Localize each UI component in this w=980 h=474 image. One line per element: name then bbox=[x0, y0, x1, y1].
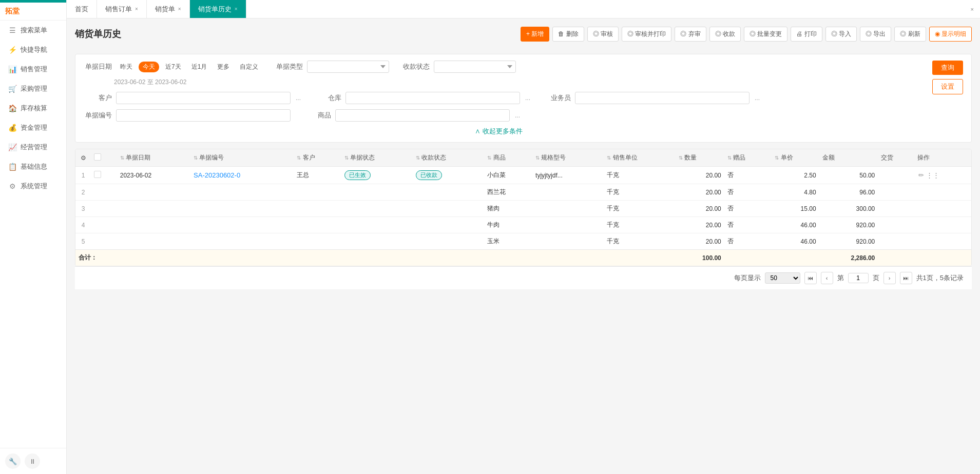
row-price: 46.00 bbox=[772, 233, 819, 250]
goods-ellipsis[interactable]: ... bbox=[515, 112, 520, 119]
col-trade[interactable]: 交货 bbox=[878, 149, 914, 167]
row-actions bbox=[914, 201, 971, 217]
date-chip-today[interactable]: 今天 bbox=[139, 62, 159, 72]
sidebar-item-search-menu[interactable]: ☰ 搜索菜单 bbox=[0, 21, 66, 40]
col-spec[interactable]: ⇅ 规格型号 bbox=[532, 149, 604, 167]
col-doc-no[interactable]: ⇅ 单据编号 bbox=[190, 149, 294, 167]
row-checkbox[interactable] bbox=[94, 171, 101, 178]
tab-sales-history-close[interactable]: × bbox=[235, 6, 238, 12]
doc-no-link[interactable]: SA-20230602-0 bbox=[194, 171, 240, 179]
collect-button[interactable]: ◎ 收款 bbox=[709, 27, 741, 42]
sidebar-item-quick-nav[interactable]: ⚡ 快捷导航 bbox=[0, 40, 66, 60]
import-button[interactable]: ◎ 导入 bbox=[825, 27, 857, 42]
collect-status-select[interactable] bbox=[434, 61, 516, 73]
warehouse-input[interactable] bbox=[345, 92, 520, 104]
filter-doc-no: 单据编号 bbox=[84, 109, 291, 122]
page-size-select[interactable]: 50 100 200 bbox=[765, 272, 800, 284]
row-checkbox-cell bbox=[91, 167, 117, 184]
col-qty[interactable]: ⇅ 数量 bbox=[676, 149, 724, 167]
row-customer: 王总 bbox=[294, 167, 341, 184]
sidebar-settings-button[interactable]: 🔧 bbox=[5, 453, 21, 469]
col-unit[interactable]: ⇅ 销售单位 bbox=[604, 149, 675, 167]
more-action[interactable]: ⋮⋮ bbox=[926, 171, 939, 179]
col-checkbox[interactable] bbox=[91, 149, 117, 167]
sidebar-item-label: 销售管理 bbox=[21, 65, 47, 74]
row-trade bbox=[878, 184, 914, 201]
date-chip-yesterday[interactable]: 昨天 bbox=[116, 62, 137, 72]
operations-icon: 📈 bbox=[8, 143, 16, 151]
sidebar-item-operations[interactable]: 📈 经营管理 bbox=[0, 137, 66, 157]
sidebar-item-sys-mgmt[interactable]: ⚙ 系统管理 bbox=[0, 176, 66, 196]
row-doc-status bbox=[341, 233, 413, 250]
batch-change-button[interactable]: ◎ 批量变更 bbox=[744, 27, 787, 42]
page-number-input[interactable] bbox=[848, 273, 869, 283]
date-chip-more[interactable]: 更多 bbox=[213, 62, 234, 72]
export-button[interactable]: ◎ 导出 bbox=[860, 27, 891, 42]
tab-sales-goods[interactable]: 销货单 × bbox=[147, 0, 190, 18]
print-button[interactable]: 🖨 打印 bbox=[791, 27, 822, 42]
refresh-button[interactable]: ◎ 刷新 bbox=[894, 27, 926, 42]
row-doc-date bbox=[117, 217, 190, 233]
doc-type-select[interactable] bbox=[307, 61, 389, 73]
audit-print-button[interactable]: ◎ 审核并打印 bbox=[622, 27, 671, 42]
col-amount[interactable]: 金额 bbox=[819, 149, 878, 167]
date-chip-7days[interactable]: 近7天 bbox=[161, 62, 185, 72]
col-doc-status[interactable]: ⇅ 单据状态 bbox=[341, 149, 413, 167]
col-doc-date[interactable]: ⇅ 单据日期 bbox=[117, 149, 190, 167]
edit-action[interactable]: ✏ bbox=[918, 171, 924, 179]
last-page-button[interactable]: ⏭ bbox=[900, 272, 912, 284]
first-page-button[interactable]: ⏮ bbox=[804, 272, 817, 284]
warehouse-ellipsis[interactable]: ... bbox=[525, 94, 530, 102]
col-collect-status[interactable]: ⇅ 收款状态 bbox=[413, 149, 484, 167]
next-page-button[interactable]: › bbox=[883, 272, 896, 284]
date-chip-1month[interactable]: 近1月 bbox=[187, 62, 212, 72]
sidebar-pause-button[interactable]: ⏸ bbox=[25, 453, 40, 469]
date-chip-custom[interactable]: 自定义 bbox=[236, 62, 262, 72]
row-collect-status bbox=[413, 184, 484, 201]
audit-button[interactable]: ◎ 审核 bbox=[587, 27, 619, 42]
row-customer bbox=[294, 184, 341, 201]
select-all-checkbox[interactable] bbox=[94, 153, 101, 161]
staff-input[interactable] bbox=[575, 92, 750, 104]
staff-ellipsis[interactable]: ... bbox=[755, 94, 760, 102]
collapse-filter-button[interactable]: ∧ 收起更多条件 bbox=[475, 127, 523, 136]
col-customer[interactable]: ⇅ 客户 bbox=[294, 149, 341, 167]
tab-close-all[interactable]: × bbox=[965, 6, 980, 12]
row-doc-status bbox=[341, 201, 413, 217]
customer-input[interactable] bbox=[116, 92, 291, 104]
show-detail-button[interactable]: ◉ 显示明细 bbox=[929, 27, 972, 42]
col-gift[interactable]: ⇅ 赠品 bbox=[724, 149, 772, 167]
doc-no-input[interactable] bbox=[116, 109, 291, 122]
row-qty: 20.00 bbox=[676, 184, 724, 201]
tab-sales-order[interactable]: 销售订单 × bbox=[97, 0, 147, 18]
sidebar-item-basic-info[interactable]: 📋 基础信息 bbox=[0, 157, 66, 176]
prev-page-button[interactable]: ‹ bbox=[821, 272, 833, 284]
summary-total-amount: 2,286.00 bbox=[819, 250, 878, 266]
sidebar-item-purchase-mgmt[interactable]: 🛒 采购管理 bbox=[0, 79, 66, 98]
summary-row: 合计： 100.00 2,286.00 bbox=[75, 250, 971, 266]
goods-input[interactable] bbox=[335, 109, 510, 122]
col-goods[interactable]: ⇅ 商品 bbox=[484, 149, 532, 167]
sidebar-item-inventory[interactable]: 🏠 库存核算 bbox=[0, 98, 66, 118]
row-goods: 西兰花 bbox=[484, 184, 532, 201]
customer-ellipsis[interactable]: ... bbox=[296, 94, 301, 102]
tab-home[interactable]: 首页 bbox=[67, 0, 97, 18]
tab-sales-order-close[interactable]: × bbox=[135, 6, 138, 12]
row-price: 15.00 bbox=[772, 201, 819, 217]
sidebar-item-sales-mgmt[interactable]: 📊 销售管理 bbox=[0, 60, 66, 79]
table-header-row: ⚙ ⇅ 单据日期 ⇅ 单据编号 ⇅ 客户 ⇅ 单据状态 ⇅ 收款状态 ⇅ 商品 … bbox=[75, 149, 971, 167]
delete-button[interactable]: 🗑 删除 bbox=[552, 27, 584, 42]
row-num: 5 bbox=[75, 233, 91, 250]
tab-sales-goods-close[interactable]: × bbox=[178, 6, 181, 12]
query-button[interactable]: 查询 bbox=[932, 61, 963, 75]
row-spec bbox=[532, 233, 604, 250]
col-price[interactable]: ⇅ 单价 bbox=[772, 149, 819, 167]
abandon-button[interactable]: ◎ 弃审 bbox=[675, 27, 706, 42]
filter-setting-button[interactable]: 设置 bbox=[932, 79, 963, 94]
row-qty: 20.00 bbox=[676, 167, 724, 184]
tab-sales-history[interactable]: 销货单历史 × bbox=[190, 0, 246, 18]
sidebar-item-label: 搜索菜单 bbox=[21, 26, 47, 35]
sidebar-item-finance[interactable]: 💰 资金管理 bbox=[0, 118, 66, 137]
new-button[interactable]: + 新增 bbox=[521, 27, 549, 42]
col-settings[interactable]: ⚙ bbox=[75, 149, 91, 167]
